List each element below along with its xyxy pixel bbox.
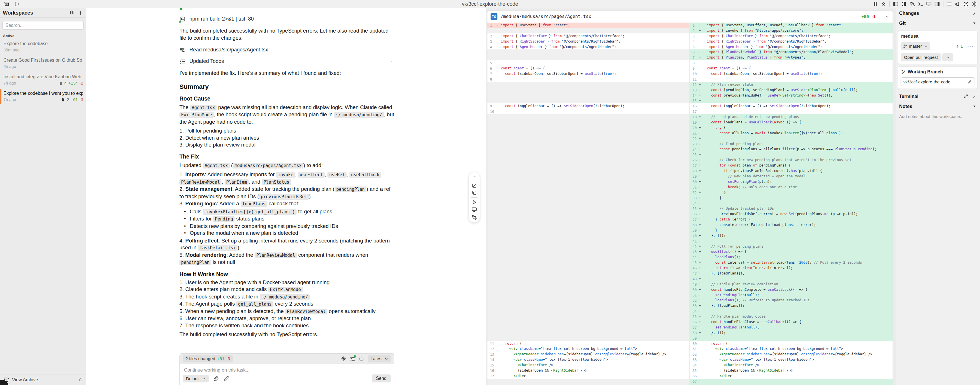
menu-icon[interactable] bbox=[947, 1, 952, 7]
list-item: 4. The Agent page polls get_all_plans ev… bbox=[180, 301, 394, 308]
diff-line bbox=[487, 244, 689, 249]
chevrons-up-icon[interactable] bbox=[881, 1, 886, 7]
status-dot bbox=[180, 8, 182, 10]
message-input[interactable]: Continue working on this task... bbox=[180, 364, 394, 373]
chevron-right-icon bbox=[972, 11, 976, 16]
drag-handle-icon[interactable] bbox=[472, 174, 477, 179]
send-button[interactable]: Send bbox=[372, 374, 391, 382]
workspace-item[interactable]: Create Good First Issues on Github So po… bbox=[0, 56, 86, 71]
workspace-item[interactable]: Explore the codebase I want you to explo… bbox=[0, 89, 86, 104]
workspace-time: 35m ago bbox=[3, 48, 19, 52]
diff-line bbox=[487, 55, 689, 60]
diff-line: 16 const toggleSidebar = () => setSideba… bbox=[690, 103, 892, 109]
file-icon bbox=[61, 98, 65, 102]
diff-removed: -1 bbox=[872, 14, 876, 19]
mode-dropdown[interactable]: Default bbox=[183, 375, 209, 382]
diff-line bbox=[487, 185, 689, 190]
diff-line: 26+ // Check for new pending plans that … bbox=[690, 158, 892, 163]
workspace-time: 7h ago bbox=[3, 81, 16, 85]
workspace-item[interactable]: Explore the codebase35m ago bbox=[0, 39, 86, 54]
search-input[interactable]: Search... bbox=[2, 21, 84, 30]
git-compare-icon[interactable] bbox=[471, 215, 477, 220]
diff-line: 3import { ChatInterface } from "@/compon… bbox=[690, 33, 892, 39]
diff-line: 4import { AgentHeader } from "@/componen… bbox=[487, 44, 689, 50]
diff-line: 2import { ChatInterface } from "@/compon… bbox=[487, 33, 689, 39]
diff-new-pane[interactable]: 1+import { useState, useEffect, useRef, … bbox=[690, 22, 892, 385]
panel-left-icon[interactable] bbox=[893, 1, 899, 7]
diff-line: 40+ }, []); bbox=[690, 233, 892, 239]
inline-code: PlanReviewModal bbox=[180, 179, 221, 185]
monitor-icon[interactable] bbox=[471, 207, 477, 213]
pr-dropdown-button[interactable] bbox=[942, 53, 953, 61]
copy-icon[interactable] bbox=[472, 190, 477, 196]
tool-call-row[interactable]: Read medusa/src/pages/Agent.tsx bbox=[180, 47, 394, 53]
spark-icon[interactable] bbox=[341, 356, 346, 361]
workspace-item[interactable]: Install and integrate Vibe Kanban Web C7… bbox=[0, 72, 86, 88]
diff-line: 17 bbox=[690, 109, 892, 114]
inline-code: invoke<PlanItem[]>('get_all_plans') bbox=[203, 209, 297, 215]
play-icon[interactable] bbox=[472, 200, 477, 205]
changes-section-header[interactable]: Changes bbox=[896, 8, 980, 18]
files-changed-badge[interactable]: 2 files changed +61 -3 bbox=[183, 355, 233, 363]
inline-code: useCallback bbox=[349, 172, 381, 178]
diff-line bbox=[487, 233, 689, 239]
gear-icon[interactable] bbox=[971, 1, 977, 7]
branch-dropdown[interactable]: master bbox=[900, 42, 930, 50]
megaphone-icon[interactable] bbox=[955, 1, 961, 7]
git-section-header[interactable]: Git bbox=[896, 18, 980, 28]
diff-line: 54+ bbox=[690, 309, 892, 314]
diff-line: 16 {sidebarOpen && <RightSidebar />} bbox=[487, 368, 689, 373]
todos-status-icon[interactable] bbox=[350, 356, 355, 361]
diff-line bbox=[487, 190, 689, 196]
expand-icon[interactable] bbox=[964, 94, 968, 98]
contrast-icon[interactable] bbox=[901, 1, 907, 7]
message-paragraph: The build completed successfully with no… bbox=[180, 27, 394, 41]
todos-icon bbox=[180, 58, 185, 64]
ordered-list: 1. Poll for pending plans2. Detect when … bbox=[180, 127, 394, 148]
add-workspace-icon[interactable] bbox=[78, 10, 83, 16]
git-compare-icon[interactable] bbox=[909, 1, 915, 7]
pause-icon[interactable] bbox=[873, 2, 878, 7]
diff-line: 11 return ( bbox=[487, 341, 689, 347]
git-branch-icon bbox=[903, 44, 907, 48]
view-archive-row[interactable]: View Archive 0 bbox=[0, 374, 86, 385]
diff-line: 29+ // New plan detected — open the moda… bbox=[690, 173, 892, 179]
terminal-icon[interactable] bbox=[918, 1, 923, 7]
help-icon[interactable] bbox=[963, 1, 969, 7]
caret-down-icon bbox=[972, 104, 976, 108]
diff-toggle-icon[interactable] bbox=[472, 183, 477, 188]
notes-section-header[interactable]: Notes bbox=[896, 102, 980, 111]
monitor-icon[interactable] bbox=[926, 1, 932, 7]
diff-old-pane[interactable]: 1-import { useState } from "react";2impo… bbox=[487, 22, 690, 385]
layers-icon[interactable] bbox=[69, 10, 74, 16]
diff-line: 30+ setPendingPlan(plan); bbox=[690, 179, 892, 185]
pen-icon[interactable] bbox=[223, 376, 229, 381]
pencil-icon[interactable] bbox=[968, 80, 972, 84]
terminal-section-header[interactable]: Terminal bbox=[896, 91, 980, 102]
list-item: 6. User can review, annotate, approve, o… bbox=[180, 315, 394, 322]
diff-line: 9 const toggleSidebar = () => setSidebar… bbox=[487, 103, 689, 109]
notes-placeholder[interactable]: Add notes about this workspace... bbox=[896, 111, 980, 121]
list-item: 2. Detect when a new plan arrives bbox=[180, 135, 394, 142]
diff-line: 6const Agent = () => { bbox=[487, 66, 689, 71]
latest-dropdown[interactable]: Latest bbox=[368, 355, 391, 363]
diff-line bbox=[487, 228, 689, 233]
floating-toolbar bbox=[469, 172, 480, 223]
caret-down-icon bbox=[972, 21, 976, 25]
list-item: 1. User is on the Agent page with a Dock… bbox=[180, 279, 394, 286]
tool-call-row[interactable]: npm run build 2>&1 | tail -80 bbox=[180, 16, 394, 22]
chevron-down-icon bbox=[946, 56, 950, 59]
collapse-file-icon[interactable] bbox=[885, 14, 889, 19]
diff-line bbox=[487, 314, 689, 319]
chevron-down-icon[interactable] bbox=[388, 59, 393, 64]
diff-line bbox=[487, 249, 689, 255]
panel-right-icon[interactable] bbox=[934, 1, 940, 7]
tool-call-row[interactable]: Updated Todos bbox=[180, 58, 394, 64]
working-branch-input[interactable]: vk/3ccf-explore-the-code bbox=[900, 77, 975, 86]
more-options-icon[interactable]: ··· bbox=[967, 44, 974, 49]
open-pr-button[interactable]: Open pull request bbox=[900, 53, 941, 61]
diff-line: 10 const [sidebarOpen, setSidebarOpen] =… bbox=[690, 71, 892, 76]
inline-code: invoke bbox=[276, 172, 295, 178]
attach-icon[interactable] bbox=[213, 376, 219, 381]
ordered-list: 1. Imports: Added necessary imports for … bbox=[180, 171, 394, 208]
